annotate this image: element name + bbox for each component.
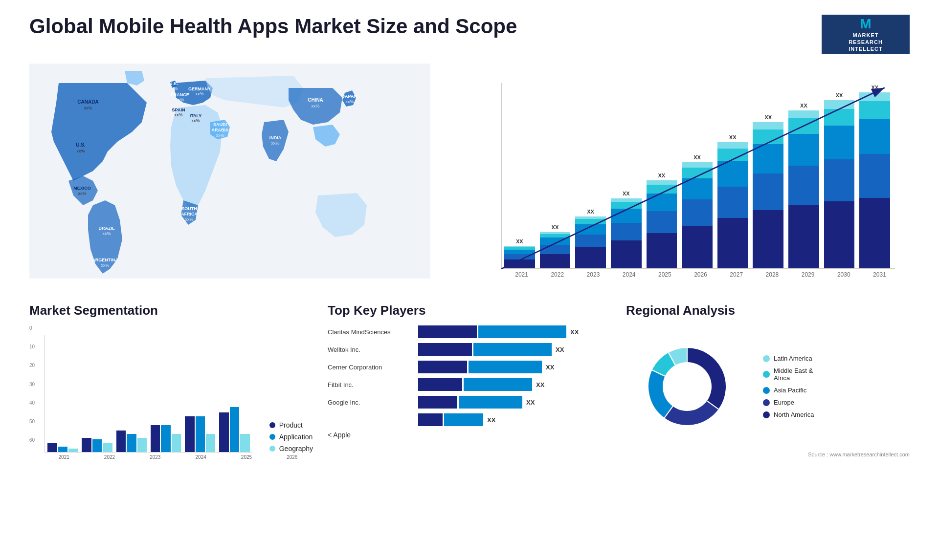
legend-product: Product <box>269 421 313 429</box>
page-container: Global Mobile Health Apps Market Size an… <box>0 0 939 560</box>
svg-text:xx%: xx% <box>102 231 111 236</box>
legend-geography: Geography <box>269 445 313 452</box>
player-row: Claritas MindSciencesXX <box>328 325 611 338</box>
key-players-section: Top Key Players Claritas MindSciencesXXW… <box>328 298 611 465</box>
segmentation-section: Market Segmentation 60 50 40 30 20 10 0 <box>29 298 313 465</box>
legend-latin-america: Latin America <box>763 355 814 362</box>
logo-box: M MARKETRESEARCHINTELLECT <box>822 15 910 54</box>
y-axis: 60 50 40 30 20 10 0 <box>29 325 37 443</box>
svg-text:SOUTH: SOUTH <box>181 206 197 211</box>
svg-text:U.K.: U.K. <box>169 81 178 86</box>
player-row: XX <box>328 413 611 426</box>
legend-europe-label: Europe <box>774 399 794 406</box>
svg-text:ITALY: ITALY <box>190 113 202 118</box>
legend-latin-america-label: Latin America <box>774 355 812 362</box>
legend-asia-pacific: Asia Pacific <box>763 387 814 394</box>
svg-text:SPAIN: SPAIN <box>172 108 185 112</box>
donut-container: Latin America Middle East &Africa Asia P… <box>626 325 910 448</box>
svg-text:xx%: xx% <box>311 104 319 108</box>
player-row: Fitbit Inc.XX <box>328 378 611 391</box>
regional-title: Regional Analysis <box>626 303 910 318</box>
source-text: Source : www.marketresearchintellect.com <box>626 452 910 457</box>
header: Global Mobile Health Apps Market Size an… <box>29 15 910 54</box>
player-row: Google Inc.XX <box>328 396 611 409</box>
logo-letter: M <box>860 16 871 32</box>
svg-text:xx%: xx% <box>176 97 184 102</box>
segmentation-title: Market Segmentation <box>29 303 313 318</box>
svg-text:xx%: xx% <box>345 99 354 104</box>
svg-text:xx%: xx% <box>216 133 224 138</box>
regional-section: Regional Analysis Latin America <box>626 298 910 465</box>
svg-text:AFRICA: AFRICA <box>181 212 198 216</box>
map-section: CANADA xx% U.S. xx% MEXICO xx% BRAZIL xx… <box>29 64 462 288</box>
legend-middle-east-label: Middle East &Africa <box>774 367 813 382</box>
legend-geography-label: Geography <box>279 445 313 452</box>
svg-text:CANADA: CANADA <box>77 99 98 105</box>
svg-text:xx%: xx% <box>78 191 86 196</box>
legend-application: Application <box>269 433 313 441</box>
player-row: Cerner CorporationXX <box>328 361 611 373</box>
legend-middle-east: Middle East &Africa <box>763 367 814 382</box>
svg-text:xx%: xx% <box>191 118 200 123</box>
page-title: Global Mobile Health Apps Market Size an… <box>29 15 517 38</box>
players-list: Claritas MindSciencesXXWelltok Inc.XXCer… <box>328 325 611 426</box>
growth-chart-section: XXXXXXXXXXXXXXXXXXXXXX 20212022202320242… <box>477 64 910 288</box>
svg-text:xx%: xx% <box>76 149 85 153</box>
player-row: Welltok Inc.XX <box>328 343 611 356</box>
svg-text:FRANCE: FRANCE <box>171 92 189 97</box>
legend-north-america-label: North America <box>774 411 814 418</box>
players-more: < Apple <box>328 431 611 439</box>
svg-text:xx%: xx% <box>101 263 109 268</box>
svg-text:xx%: xx% <box>271 141 279 146</box>
donut-chart-svg <box>626 325 748 448</box>
logo-text: MARKETRESEARCHINTELLECT <box>849 32 883 53</box>
svg-text:CHINA: CHINA <box>308 97 323 103</box>
key-players-title: Top Key Players <box>328 303 611 318</box>
svg-text:INDIA: INDIA <box>269 135 282 140</box>
legend-product-label: Product <box>279 421 303 429</box>
svg-text:BRAZIL: BRAZIL <box>99 226 115 231</box>
legend-asia-pacific-label: Asia Pacific <box>774 387 806 394</box>
svg-text:JAPAN: JAPAN <box>342 94 357 99</box>
svg-text:xx%: xx% <box>185 217 193 222</box>
svg-text:xx%: xx% <box>84 106 92 110</box>
legend-north-america: North America <box>763 411 814 418</box>
svg-text:xx%: xx% <box>195 91 203 96</box>
bottom-grid: Market Segmentation 60 50 40 30 20 10 0 <box>29 298 910 465</box>
svg-text:ARGENTINA: ARGENTINA <box>92 258 118 262</box>
svg-text:U.S.: U.S. <box>76 142 86 148</box>
seg-legend: Product Application Geography <box>260 421 313 452</box>
svg-text:SAUDI: SAUDI <box>213 122 227 127</box>
logo-area: M MARKETRESEARCHINTELLECT <box>822 15 910 54</box>
svg-text:xx%: xx% <box>174 112 182 117</box>
world-map: CANADA xx% U.S. xx% MEXICO xx% BRAZIL xx… <box>29 64 462 288</box>
svg-text:ARABIA: ARABIA <box>212 128 229 132</box>
svg-text:xx%: xx% <box>169 86 178 91</box>
world-map-svg: CANADA xx% U.S. xx% MEXICO xx% BRAZIL xx… <box>29 64 430 279</box>
svg-text:GERMANY: GERMANY <box>188 86 211 91</box>
legend-application-label: Application <box>279 433 313 441</box>
legend-europe: Europe <box>763 399 814 406</box>
regional-legend: Latin America Middle East &Africa Asia P… <box>763 355 814 418</box>
svg-point-36 <box>663 362 712 411</box>
svg-text:MEXICO: MEXICO <box>73 186 91 191</box>
